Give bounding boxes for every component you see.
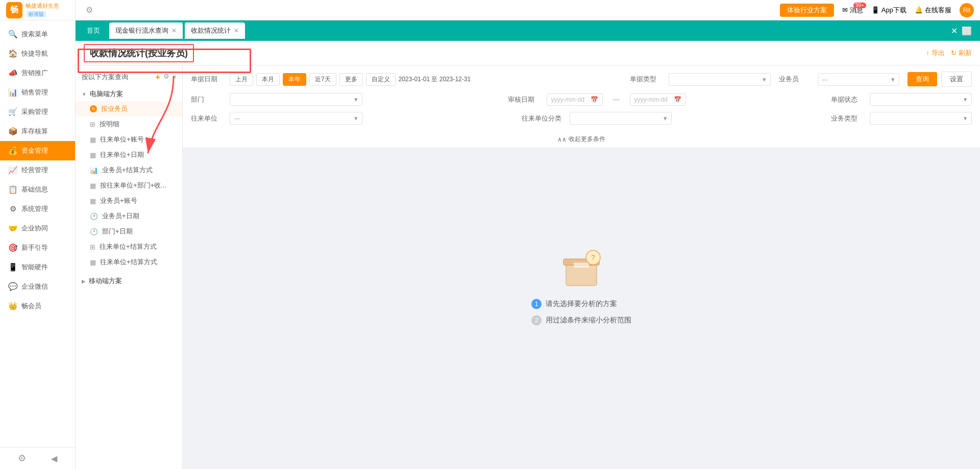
review-date-end[interactable]: yyyy-mm-dd 📅 [630, 93, 686, 106]
sidebar-item-warehouse[interactable]: 📦 库存核算 [0, 122, 75, 141]
sidebar-item-label: 企业协同 [21, 224, 48, 233]
doc-status-select[interactable]: ▾ [870, 93, 972, 106]
date-btn-more[interactable]: 更多 [339, 73, 363, 86]
online-service[interactable]: 🔔 在线客服 [915, 6, 951, 15]
date-btn-custom[interactable]: 自定义 [366, 73, 396, 86]
review-date-label: 审核日期 [508, 95, 538, 104]
scheme-item-partner-date[interactable]: ▦ 往来单位+日期 [76, 147, 182, 162]
scheme-item-detail[interactable]: ⊞ 按明细 [76, 116, 182, 132]
date-btn-last-month[interactable]: 上月 [230, 73, 253, 86]
trial-button[interactable]: 体验行业方案 [780, 4, 834, 17]
page-title-box: 收款情况统计(按业务员) [84, 44, 194, 62]
sidebar-item-label: 智能硬件 [21, 263, 48, 272]
scheme-group-desktop-title[interactable]: ▼ 电脑端方案 [76, 87, 182, 101]
scheme-item-partner-settle2[interactable]: ▦ 往来单位+结算方式 [76, 254, 182, 270]
date-btn-7days[interactable]: 近7天 [309, 73, 336, 86]
dept-arrow: ▾ [354, 96, 358, 103]
scheme-dept-icon: 🕐 [90, 228, 98, 236]
scheme-item-by-salesperson[interactable]: ↻ 按业务员 [76, 101, 182, 116]
maximize-icon[interactable]: ⬜ [962, 26, 972, 36]
partner-select[interactable]: ··· ▾ [230, 112, 362, 125]
export-button[interactable]: ↑ 导出 [926, 49, 945, 58]
sidebar-item-marketing[interactable]: 📣 营销推广 [0, 63, 75, 83]
query-button[interactable]: 查询 [908, 72, 937, 86]
biz-type-label: 业务类型 [831, 114, 862, 123]
sidebar-item-guide[interactable]: 🎯 新手引导 [0, 238, 75, 257]
date-btn-this-year[interactable]: 本年 [283, 73, 306, 86]
scheme-item-label: 按往来单位+部门+收... [100, 181, 166, 190]
sidebar-item-search-menu[interactable]: 🔍 搜索菜单 [0, 25, 75, 44]
tab-bank-flow[interactable]: 现金银行流水查询 ✕ [109, 22, 183, 39]
tab-collection-stat-close[interactable]: ✕ [234, 27, 239, 34]
scheme-item-partner-settle1[interactable]: ⊞ 往来单位+结算方式 [76, 239, 182, 254]
scheme-item-partner-account[interactable]: ▦ 往来单位+账号 [76, 132, 182, 147]
refresh-button[interactable]: ↻ 刷新 [951, 49, 972, 58]
sidebar-item-member[interactable]: 👑 畅会员 [0, 296, 75, 316]
salesperson-select[interactable]: ··· ▾ [818, 73, 899, 86]
sidebar-item-sales[interactable]: 📊 销售管理 [0, 83, 75, 102]
sidebar-item-label: 库存核算 [21, 127, 48, 136]
logo-text: 畅捷通好生意 [26, 2, 59, 9]
voucher-type-select[interactable]: ▾ [669, 73, 771, 86]
desktop-group-arrow: ▼ [82, 91, 87, 97]
sidebar-item-quick-nav[interactable]: 🏠 快捷导航 [0, 44, 75, 63]
scheme-clock-icon: 🕐 [90, 213, 98, 220]
tab-bank-flow-close[interactable]: ✕ [172, 27, 177, 34]
partner-category-select[interactable]: ▾ [570, 112, 672, 125]
collapse-sidebar-icon[interactable]: ◀ [51, 454, 57, 463]
hint-num-2: 2 [531, 315, 542, 325]
close-window-icon[interactable]: ✕ [951, 26, 958, 36]
notification-area[interactable]: ✉ 消息 99+ [842, 6, 863, 15]
partner-dots-icon: ··· [234, 114, 240, 122]
settings-gear-icon[interactable]: ⚙ [86, 5, 93, 15]
notification-icon: ✉ [842, 6, 848, 14]
logo-icon: 畅 [6, 2, 22, 18]
scheme-item-partner-dept[interactable]: ▦ 按往来单位+部门+收... [76, 178, 182, 193]
date-selector: 上月 本月 本年 近7天 更多 自定义 2023-01-01 至 2023-12… [230, 73, 471, 86]
dept-select[interactable]: ▾ [230, 93, 362, 106]
partner-label: 往来单位 [191, 114, 222, 123]
sidebar-item-hardware[interactable]: 📱 智能硬件 [0, 257, 75, 277]
sidebar-item-enterprise[interactable]: 🤝 企业协同 [0, 219, 75, 238]
sidebar-item-wechat[interactable]: 💬 企业微信 [0, 277, 75, 296]
user-avatar[interactable]: Rit [960, 3, 974, 17]
sidebar-item-system[interactable]: ⚙ 系统管理 [0, 199, 75, 219]
main-body: 按以下方案查询 + ⚙ « ▼ 电脑端方案 ↻ 按业务员 [76, 65, 980, 469]
sidebar-item-finance[interactable]: 💰 资金管理 [0, 141, 75, 160]
scheme-add-icon[interactable]: + [155, 73, 160, 82]
sidebar: 畅 畅捷通好生意 标准版 🔍 搜索菜单 🏠 快捷导航 📣 营销推广 📊 销售管理… [0, 0, 76, 469]
sidebar-item-label: 基础信息 [21, 185, 48, 194]
setting-button[interactable]: 设置 [941, 72, 972, 87]
partner-category-label: 往来单位分类 [522, 114, 561, 123]
sidebar-item-purchase[interactable]: 🛒 采购管理 [0, 102, 75, 122]
scheme-collapse-icon[interactable]: « [173, 73, 176, 82]
biz-type-arrow: ▾ [964, 114, 967, 122]
scheme-item-salesperson-account[interactable]: ▦ 业务员+账号 [76, 193, 182, 208]
main-content: ⚙ 体验行业方案 ✉ 消息 99+ 📱 App下载 🔔 在线客服 Rit 首页 … [76, 0, 980, 469]
date-btn-this-month[interactable]: 本月 [256, 73, 280, 86]
tab-home[interactable]: 首页 [80, 20, 107, 41]
scheme-item-dept-date[interactable]: 🕐 部门+日期 [76, 224, 182, 239]
scheme-setting-icon[interactable]: ⚙ [163, 73, 169, 82]
scheme-item-label: 业务员+结算方式 [102, 166, 153, 175]
collapse-bar[interactable]: ∧∧ 收起更多条件 [191, 131, 972, 148]
settings-icon[interactable]: ⚙ [18, 453, 26, 464]
business-icon: 📈 [8, 166, 17, 175]
sidebar-item-business[interactable]: 📈 经营管理 [0, 160, 75, 180]
scheme-item-salesperson-settle[interactable]: 📊 业务员+结算方式 [76, 162, 182, 178]
review-date-start[interactable]: yyyy-mm-dd 📅 [547, 93, 603, 106]
sidebar-item-basic-info[interactable]: 📋 基础信息 [0, 180, 75, 199]
scheme-item-icon-active: ↻ [90, 105, 97, 112]
scheme-group-mobile-title[interactable]: ▶ 移动端方案 [76, 274, 182, 288]
finance-icon: 💰 [8, 146, 17, 155]
biz-type-select[interactable]: ▾ [870, 112, 972, 125]
header-right: 体验行业方案 ✉ 消息 99+ 📱 App下载 🔔 在线客服 Rit [780, 3, 974, 17]
sidebar-item-label: 畅会员 [21, 301, 41, 311]
notification-badge: 99+ [853, 3, 866, 8]
app-download[interactable]: 📱 App下载 [871, 6, 906, 15]
hint-text-2: 用过滤条件来缩小分析范围 [546, 316, 631, 325]
enterprise-icon: 🤝 [8, 224, 17, 233]
tab-collection-stat[interactable]: 收款情况统计 ✕ [185, 22, 245, 39]
scheme-item-salesperson-date[interactable]: 🕐 业务员+日期 [76, 208, 182, 224]
svg-text:?: ? [591, 253, 595, 262]
